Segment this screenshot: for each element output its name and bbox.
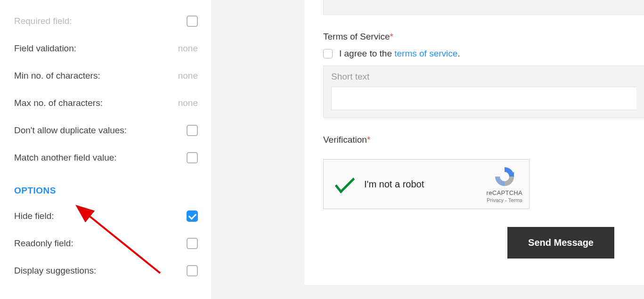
max-chars-value: none — [178, 98, 198, 108]
field-validation-row[interactable]: Field validation: none — [14, 35, 198, 62]
settings-panel: Required field: Field validation: none M… — [0, 0, 211, 299]
recaptcha-left: I'm not a robot — [335, 179, 424, 190]
terms-prefix: I agree to the — [339, 48, 394, 58]
readonly-field-label: Readonly field: — [14, 238, 73, 249]
readonly-field-row: Readonly field: — [14, 230, 198, 257]
match-field-checkbox[interactable] — [187, 152, 198, 163]
terms-text: I agree to the terms of service. — [339, 48, 460, 59]
submit-row: Send Message — [323, 227, 614, 259]
recaptcha-logo-icon — [493, 165, 516, 188]
match-field-label: Match another field value: — [14, 153, 117, 163]
readonly-field-checkbox[interactable] — [187, 238, 198, 249]
recaptcha-brand: reCAPTCHA — [487, 189, 522, 196]
verification-label-text: Verification — [323, 135, 367, 145]
options-header: OPTIONS — [14, 186, 198, 196]
form-preview-panel: Terms of Service* I agree to the terms o… — [304, 0, 644, 299]
recaptcha-widget[interactable]: I'm not a robot reCAPTCHA Privacy - Term… — [323, 159, 530, 209]
verification-label: Verification* — [323, 135, 625, 145]
form-card: Terms of Service* I agree to the terms o… — [304, 0, 644, 285]
required-field-checkbox[interactable] — [187, 16, 198, 27]
send-message-button[interactable]: Send Message — [507, 227, 614, 259]
required-field-row: Required field: — [14, 8, 198, 35]
min-chars-row[interactable]: Min no. of characters: none — [14, 62, 198, 89]
min-chars-label: Min no. of characters: — [14, 71, 100, 81]
terms-checkbox[interactable] — [323, 49, 333, 58]
no-duplicates-label: Don't allow duplicate values: — [14, 125, 127, 136]
no-duplicates-checkbox[interactable] — [187, 125, 198, 136]
hide-field-label: Hide field: — [14, 211, 54, 221]
max-chars-label: Max no. of characters: — [14, 98, 103, 108]
field-validation-label: Field validation: — [14, 43, 76, 54]
terms-suffix: . — [457, 48, 460, 58]
checkmark-icon — [335, 172, 355, 193]
short-text-input[interactable] — [331, 87, 636, 110]
panel-divider — [211, 0, 304, 299]
match-field-row: Match another field value: — [14, 144, 198, 171]
short-text-block: Short text — [323, 65, 644, 118]
display-suggestions-row: Display suggestions: — [14, 257, 198, 284]
hide-field-checkbox[interactable] — [187, 210, 198, 222]
required-star-icon: * — [367, 135, 370, 145]
min-chars-value: none — [178, 71, 198, 81]
no-duplicates-row: Don't allow duplicate values: — [14, 117, 198, 144]
display-suggestions-checkbox[interactable] — [187, 265, 198, 276]
terms-label: Terms of Service* — [323, 32, 625, 42]
textarea-preview[interactable] — [323, 0, 644, 15]
recaptcha-text: I'm not a robot — [364, 179, 424, 190]
max-chars-row[interactable]: Max no. of characters: none — [14, 89, 198, 117]
required-star-icon: * — [390, 32, 393, 41]
field-validation-value: none — [178, 43, 198, 54]
display-suggestions-label: Display suggestions: — [14, 266, 96, 276]
recaptcha-links[interactable]: Privacy - Terms — [487, 197, 522, 203]
terms-label-text: Terms of Service — [323, 32, 390, 41]
short-text-heading: Short text — [331, 72, 636, 82]
terms-checkbox-line: I agree to the terms of service. — [323, 48, 625, 59]
terms-link[interactable]: terms of service — [394, 48, 457, 58]
required-field-label: Required field: — [14, 16, 72, 26]
hide-field-row: Hide field: — [14, 202, 198, 230]
recaptcha-badge: reCAPTCHA Privacy - Terms — [487, 165, 522, 203]
